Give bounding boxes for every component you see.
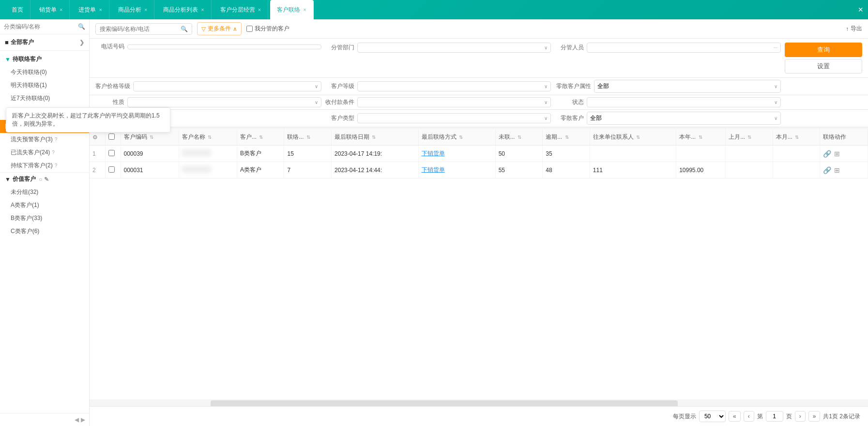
row1-checkbox-cell	[105, 146, 121, 162]
sidebar-item-class-c[interactable]: C类客户(6)	[0, 225, 89, 238]
query-button[interactable]: 查询	[785, 43, 862, 57]
row2-link-icon[interactable]: 🔗	[823, 166, 831, 174]
nature-select[interactable]: ∨	[127, 97, 321, 107]
search-filter-input-wrapper[interactable]: 🔍	[95, 23, 192, 35]
price-grade-select[interactable]: ∨	[133, 81, 321, 91]
first-page-button[interactable]: «	[729, 411, 741, 422]
close-customer-contact-icon[interactable]: ×	[303, 7, 306, 13]
sidebar-right-arrow-icon[interactable]: ▶	[81, 416, 85, 423]
sidebar-search-input[interactable]	[4, 23, 78, 30]
settings-button[interactable]: 设置	[785, 59, 862, 73]
sidebar-left-arrow-icon[interactable]: ◀	[75, 416, 79, 423]
customer-name-sort-icon[interactable]: ⇅	[208, 134, 212, 140]
search-filter-input[interactable]	[100, 26, 179, 32]
this-month-sort-icon[interactable]: ⇅	[795, 134, 799, 140]
tab-customer-segmentation[interactable]: 客户分层经营 ×	[213, 0, 268, 19]
tab-customer-contact[interactable]: 客户联络 ×	[270, 0, 313, 19]
sidebar-item-churned[interactable]: 已流失客户(24) ?	[0, 146, 89, 159]
sidebar-search-icon[interactable]: 🔍	[78, 23, 85, 30]
close-product-analysis-list-icon[interactable]: ×	[201, 7, 204, 13]
manager-more-icon[interactable]: ···	[774, 45, 777, 50]
my-customers-checkbox[interactable]	[246, 26, 253, 32]
tab-home[interactable]: 首页	[5, 0, 30, 19]
close-sales-order-icon[interactable]: ×	[60, 7, 62, 13]
sidebar-item-tomorrow[interactable]: 明天待联络(1)	[0, 79, 89, 92]
prev-page-button[interactable]: ‹	[744, 411, 754, 422]
churned-help-icon[interactable]: ?	[52, 150, 55, 155]
row2-contact-count: 7	[284, 162, 332, 178]
retail-attr-arrow-icon: ∨	[774, 84, 777, 89]
last-contact-date-sort-icon[interactable]: ⇅	[372, 134, 376, 140]
select-all-checkbox[interactable]	[108, 133, 115, 140]
customer-code-sort-icon[interactable]: ⇅	[150, 134, 153, 140]
pending-contact-group-label[interactable]: ▼ 待联络客户	[0, 53, 89, 66]
uncontacted-sort-icon[interactable]: ⇅	[518, 134, 521, 140]
table-settings-icon[interactable]: ⚙	[92, 134, 98, 141]
sidebar-item-declining[interactable]: 持续下滑客户(2) ?	[0, 159, 89, 172]
close-customer-segmentation-icon[interactable]: ×	[258, 7, 261, 13]
tab-product-analysis[interactable]: 商品分析 ×	[111, 0, 154, 19]
row2-this-year: 10995.00	[676, 162, 726, 178]
sidebar-collapse-btn[interactable]: ❯	[79, 39, 84, 46]
retail-customer-arrow-icon: ∨	[774, 116, 777, 121]
department-arrow-icon: ∨	[544, 45, 548, 50]
value-customer-header[interactable]: ▼ 价值客户 ○ ✎	[0, 172, 89, 186]
row2-grid-icon[interactable]: ⊞	[834, 166, 840, 174]
close-all-tabs-button[interactable]: ×	[858, 5, 863, 15]
sidebar-item-7days[interactable]: 近7天待联络(0)	[0, 92, 89, 105]
export-button[interactable]: ↑ 导出	[846, 25, 862, 33]
this-year-sort-icon[interactable]: ⇅	[699, 134, 702, 140]
close-product-analysis-icon[interactable]: ×	[144, 7, 147, 13]
horizontal-scrollbar[interactable]	[90, 399, 868, 406]
tab-purchase-order[interactable]: 进货单 ×	[72, 0, 109, 19]
manager-select[interactable]: ···	[587, 43, 781, 53]
page-number-input[interactable]	[766, 411, 783, 422]
row2-contact-method-link[interactable]: 下销货单	[422, 166, 445, 173]
search-filter-icon[interactable]: 🔍	[181, 26, 188, 32]
overdue-sort-icon[interactable]: ⇅	[565, 134, 569, 140]
customer-type-select[interactable]: ∨	[357, 113, 551, 123]
per-page-select[interactable]: 50 100 200	[699, 411, 726, 422]
row2-checkbox[interactable]	[108, 166, 115, 173]
row1-checkbox[interactable]	[108, 150, 115, 156]
sidebar-item-class-a[interactable]: A类客户(1)	[0, 199, 89, 212]
row2-customer-type: A类客户	[237, 162, 284, 178]
sidebar-item-ungrouped[interactable]: 未分组(32)	[0, 186, 89, 199]
payment-select[interactable]: ∨	[357, 97, 551, 107]
contact-count-sort-icon[interactable]: ⇅	[306, 134, 310, 140]
retail-customer-select[interactable]: 全部 ∨	[587, 112, 781, 125]
declining-help-icon[interactable]: ?	[55, 163, 58, 168]
department-select[interactable]: ∨	[357, 43, 551, 53]
sidebar-search-bar[interactable]: 🔍	[0, 19, 89, 34]
status-select[interactable]: ∨	[587, 97, 781, 107]
retail-attr-select[interactable]: 全部 ∨	[594, 80, 781, 93]
row1-contact-method-link[interactable]: 下销货单	[422, 150, 445, 157]
customer-grade-select[interactable]: ∨	[357, 81, 551, 91]
row1-link-icon[interactable]: 🔗	[823, 150, 831, 158]
row2-name-blurred	[182, 166, 211, 173]
more-conditions-button[interactable]: ▽ 更多条件 ∧	[197, 22, 242, 35]
my-customers-checkbox-wrapper[interactable]: 我分管的客户	[246, 25, 289, 33]
last-contact-method-sort-icon[interactable]: ⇅	[459, 134, 463, 140]
contacts-sort-icon[interactable]: ⇅	[636, 134, 640, 140]
row2-last-month	[726, 162, 773, 178]
churn-warning-help-icon[interactable]: ?	[55, 137, 58, 142]
next-page-button[interactable]: ›	[795, 411, 806, 422]
customer-type-sort-icon[interactable]: ⇅	[259, 134, 263, 140]
retail-attr-filter-row: 零散客户属性 全部 ∨	[555, 80, 781, 93]
last-month-sort-icon[interactable]: ⇅	[747, 134, 751, 140]
last-page-button[interactable]: »	[808, 411, 821, 422]
tab-sales-order[interactable]: 销货单 ×	[32, 0, 70, 19]
close-purchase-order-icon[interactable]: ×	[99, 7, 102, 13]
sidebar-item-today[interactable]: 今天待联络(0)	[0, 66, 89, 79]
sidebar-item-class-b[interactable]: B类客户(33)	[0, 212, 89, 225]
value-customer-edit-icon[interactable]: ✎	[44, 176, 49, 183]
row1-grid-icon[interactable]: ⊞	[834, 150, 840, 158]
page-label: 第	[757, 412, 763, 421]
row2-action-icons: 🔗 ⊞	[823, 166, 865, 174]
row2-contacts: 111	[590, 162, 676, 178]
nature-arrow-icon: ∨	[315, 100, 318, 105]
sidebar-item-churn-warning[interactable]: 流失预警客户(3) ?	[0, 133, 89, 146]
phone-input[interactable]	[127, 44, 321, 49]
tab-product-analysis-list[interactable]: 商品分析列表 ×	[156, 0, 211, 19]
